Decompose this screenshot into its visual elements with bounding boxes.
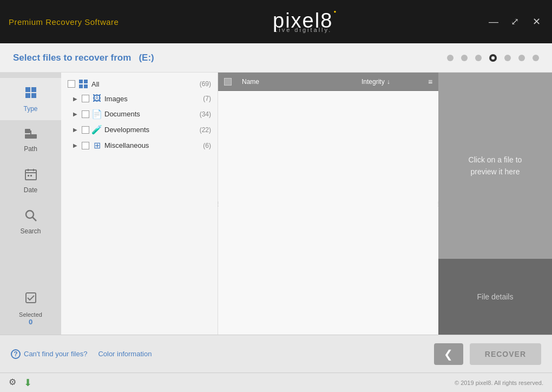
selected-count-value: 0 (19, 318, 42, 326)
sidebar-date-label: Date (24, 186, 37, 194)
step-dots (447, 54, 539, 62)
logo-dot: ● (334, 9, 337, 14)
images-icon: 🖼 (91, 94, 102, 103)
preview-text: Click on a file topreview it here (469, 154, 522, 178)
title-prefix: Select files to recover from (13, 53, 131, 63)
color-info-link[interactable]: Color information (98, 350, 152, 358)
back-icon: ❮ (444, 348, 453, 361)
sidebar: Type Path (0, 73, 61, 335)
step-dot-7 (533, 55, 539, 61)
footer-right: ❮ RECOVER (434, 343, 541, 365)
all-checkbox[interactable] (68, 80, 75, 88)
help-text: Can't find your files? (24, 350, 87, 358)
developments-checkbox[interactable] (82, 126, 89, 134)
file-tree-panel: All (69) ▶ 🖼 Images (7) ▶ 📄 Documents (3… (61, 73, 218, 335)
all-label: All (91, 80, 196, 88)
svg-rect-5 (25, 134, 37, 139)
brand-name: Premium Recovery Software (9, 17, 119, 27)
all-icon (78, 79, 88, 89)
close-button[interactable]: ✕ (530, 15, 543, 28)
col-integrity-header[interactable]: Integrity ↓ (357, 78, 422, 86)
miscellaneous-count: (6) (203, 142, 211, 149)
sidebar-item-date[interactable]: Date (0, 160, 61, 201)
images-count: (7) (203, 95, 211, 102)
images-label: Images (104, 95, 201, 103)
expander-miscellaneous[interactable]: ▶ (73, 142, 80, 148)
selected-label: Selected (19, 311, 42, 318)
all-count: (69) (200, 80, 211, 88)
miscellaneous-label: Miscellaneous (104, 141, 201, 149)
svg-rect-0 (25, 87, 30, 92)
help-icon: ? (11, 349, 21, 359)
documents-icon: 📄 (91, 109, 102, 119)
developments-count: (22) (200, 126, 211, 134)
footer-left: ? Can't find your files? Color informati… (11, 349, 152, 359)
tree-row-images[interactable]: ▶ 🖼 Images (7) (63, 91, 215, 106)
documents-label: Documents (104, 110, 198, 118)
type-icon (24, 86, 38, 103)
file-list-header: Name Integrity ↓ ≡ (218, 73, 438, 91)
expander-documents[interactable]: ▶ (73, 111, 80, 117)
page-title: Select files to recover from (E:) (13, 53, 154, 63)
settings-icon[interactable]: ⚙ (9, 377, 16, 389)
sidebar-search-label: Search (20, 227, 41, 235)
header-checkbox-area (218, 78, 238, 86)
svg-rect-15 (26, 293, 36, 303)
footer: ? Can't find your files? Color informati… (0, 335, 552, 373)
logo-text: pixel8 (273, 9, 333, 32)
developments-label: Developments (104, 126, 198, 134)
date-icon (24, 168, 37, 184)
right-resize-handle[interactable]: ⋮ (436, 73, 441, 335)
col-name-header[interactable]: Name (238, 78, 357, 86)
svg-rect-3 (31, 93, 36, 98)
minimize-button[interactable]: — (487, 15, 500, 28)
sidebar-item-search[interactable]: Search (0, 201, 61, 243)
path-icon (24, 128, 38, 143)
bottom-bar: ⚙ ⬇ © 2019 pixel8. All rights reserved. (0, 373, 552, 392)
svg-rect-16 (79, 80, 83, 83)
selected-section: Selected 0 (19, 292, 42, 335)
tree-row-developments[interactable]: ▶ 🧪 Developments (22) (63, 122, 215, 138)
documents-checkbox[interactable] (82, 110, 89, 118)
svg-point-13 (26, 211, 34, 218)
selected-icon (25, 292, 37, 304)
drive-label: (E:) (139, 53, 154, 63)
tree-all-row[interactable]: All (69) (63, 77, 215, 91)
back-button[interactable]: ❮ (434, 343, 463, 365)
window-controls: — ⤢ ✕ (487, 15, 543, 28)
sidebar-path-label: Path (24, 145, 37, 153)
left-resize-handle[interactable]: ⋮ (216, 73, 220, 335)
svg-rect-12 (30, 175, 32, 177)
sidebar-item-path[interactable]: Path (0, 120, 61, 160)
file-list-body (218, 91, 438, 335)
svg-rect-11 (28, 175, 29, 177)
tree-row-miscellaneous[interactable]: ▶ ⊞ Miscellaneous (6) (63, 138, 215, 153)
title-bar: Premium Recovery Software pixel8 ● Live … (0, 0, 552, 43)
expander-images[interactable]: ▶ (73, 96, 80, 102)
step-dot-5 (504, 55, 511, 61)
svg-rect-6 (30, 130, 31, 135)
svg-rect-4 (25, 129, 30, 133)
miscellaneous-checkbox[interactable] (82, 142, 89, 149)
update-icon[interactable]: ⬇ (24, 377, 32, 389)
developments-icon: 🧪 (91, 125, 102, 135)
documents-count: (34) (200, 110, 211, 118)
sidebar-type-label: Type (23, 105, 37, 113)
logo: pixel8 ● Live digitally. (273, 10, 333, 33)
maximize-button[interactable]: ⤢ (509, 15, 522, 28)
header-checkbox[interactable] (224, 78, 232, 86)
step-dot-3 (475, 55, 482, 61)
sidebar-item-type[interactable]: Type (0, 78, 61, 120)
images-checkbox[interactable] (82, 95, 89, 102)
cant-find-files-link[interactable]: ? Can't find your files? (11, 349, 87, 359)
svg-rect-17 (84, 80, 88, 83)
file-details-label: File details (477, 292, 514, 301)
expander-developments[interactable]: ▶ (73, 127, 80, 133)
tree-row-documents[interactable]: ▶ 📄 Documents (34) (63, 106, 215, 122)
svg-rect-19 (84, 84, 88, 88)
recover-button[interactable]: RECOVER (470, 343, 541, 365)
file-details-area: File details (438, 259, 552, 335)
header-bar: Select files to recover from (E:) (0, 43, 552, 73)
copyright-text: © 2019 pixel8. All rights reserved. (455, 380, 543, 386)
preview-panel: Click on a file topreview it here File d… (438, 73, 552, 335)
